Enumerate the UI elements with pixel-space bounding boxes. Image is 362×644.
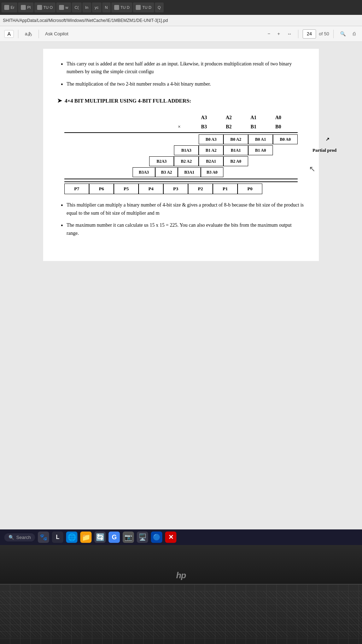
taskbar-app-edge[interactable]: 🌐 — [66, 532, 77, 543]
prod-p2: P2 — [188, 184, 213, 194]
zoom-minus-button[interactable]: − — [265, 30, 273, 38]
tab-label-y: yc — [95, 5, 99, 10]
taskbar-app-x[interactable]: ✕ — [165, 532, 176, 543]
taskbar-app-sync[interactable]: 🔄 — [94, 532, 106, 543]
operand-row-b: × B3 B2 B1 B0 — [64, 123, 298, 131]
copilot-button[interactable]: Ask Copilot — [43, 30, 71, 38]
pp-b1a0: B1 A0 — [248, 145, 273, 155]
tab-label-er: Er — [11, 5, 14, 10]
tab-label-n: N — [105, 5, 108, 10]
b3-label: B3 — [192, 123, 216, 131]
zoom-plus-button[interactable]: + — [275, 30, 282, 38]
tab-label-c: C( — [75, 5, 79, 10]
taskbar-app-monitor[interactable]: 🖥️ — [137, 532, 148, 543]
laptop-frame: Er Pl TU O w C( In yc — [0, 0, 362, 644]
partial-prod-label: Partial prod — [313, 147, 337, 154]
taskbar-app-animal[interactable]: 🐾 — [38, 532, 49, 543]
tab-er[interactable]: Er — [1, 2, 17, 12]
bullet-text-4: The maximum number it can calculate us 1… — [66, 221, 305, 237]
keyboard-diagonal-pattern — [0, 591, 362, 637]
toolbar-divider-3 — [298, 30, 298, 38]
operand-row-a: A3 A2 A1 A0 — [64, 114, 298, 122]
bullet-text-1: This carry out is added at the next half… — [66, 60, 305, 76]
zoom-plus-icon: + — [277, 31, 280, 36]
fit-icon: ↔ — [287, 31, 292, 36]
taskbar-app-l[interactable]: L — [52, 532, 63, 543]
a1-label: A1 — [241, 114, 266, 122]
tab-label-tu1: TU O — [43, 5, 53, 10]
partial-row-2: B2A3 B2 A2 B2A1 B2 A0 — [64, 156, 298, 166]
partial-row-1: B1A3 B1 A2 B1A1 B1 A0 Partial prod — [64, 145, 298, 155]
b1-label: B1 — [241, 123, 266, 131]
diagram-separator-1 — [64, 132, 298, 133]
pdf-content-area: • This carry out is added at the next ha… — [0, 42, 362, 545]
font-size-button[interactable]: A — [4, 30, 14, 38]
pp-b1a1: B1A1 — [223, 145, 248, 155]
partial-products-container: B0 A3 B0 A2 B0 A1 B0 A0 ↗ B1A3 B1 A2 B1A… — [64, 134, 298, 177]
cursor-icon: ↖ — [309, 163, 315, 175]
pp-b1a3: B1A3 — [174, 145, 199, 155]
b0-label: B0 — [266, 123, 291, 131]
bullet-text-3: This multiplier can multiply a binary nu… — [66, 201, 305, 217]
tab-w[interactable]: w — [56, 2, 71, 12]
spacer-b2-1 — [100, 156, 124, 166]
read-aloud-button[interactable]: aあ — [23, 29, 34, 39]
tab-n[interactable]: N — [102, 2, 111, 12]
toolbar-divider-2 — [39, 30, 39, 38]
tab-pi[interactable]: Pl — [18, 2, 34, 12]
pp-b0a1: B0 A1 — [248, 134, 273, 144]
tab-in[interactable]: In — [82, 2, 91, 12]
a2-label: A2 — [216, 114, 241, 122]
section-arrow-icon: ➤ — [57, 96, 62, 105]
pp-b2a3: B2A3 — [149, 156, 174, 166]
tab-y[interactable]: yc — [92, 2, 101, 12]
section-header: ➤ 4×4 BIT MULTIPLIER USING 4-BIT FULL AD… — [57, 96, 305, 105]
a3-label: A3 — [192, 114, 216, 122]
tab-icon-d1 — [114, 5, 119, 10]
tab-d2[interactable]: TU D — [133, 2, 154, 12]
total-pages-label: of 50 — [319, 31, 329, 36]
prod-p0: P0 — [238, 184, 262, 194]
bullet-item-1: • This carry out is added at the next ha… — [57, 60, 305, 76]
tab-d1[interactable]: TU D — [111, 2, 133, 12]
tab-q[interactable]: Q — [155, 2, 164, 12]
tab-icon-pi — [21, 5, 26, 10]
keyboard-area — [0, 584, 362, 644]
toolbar-divider-1 — [18, 30, 18, 38]
taskbar-app-files[interactable]: 📁 — [80, 532, 92, 543]
tab-c[interactable]: C( — [72, 2, 82, 12]
read-aloud-label: aあ — [25, 31, 32, 37]
prod-p5: P5 — [114, 184, 139, 194]
screenshot-button[interactable]: ⎙ — [351, 30, 358, 38]
taskbar-app-g[interactable]: G — [109, 532, 120, 543]
tab-icon-tu1 — [37, 5, 42, 10]
taskbar-app-camera[interactable]: 📷 — [123, 532, 134, 543]
pp-b1a2: B1 A2 — [199, 145, 223, 155]
tab-icon-er — [4, 5, 9, 10]
toolbar-divider-4 — [333, 30, 334, 38]
partial-prod-arrow-1: ↗ — [326, 136, 329, 143]
zoom-minus-icon: − — [268, 31, 270, 36]
prod-p1: P1 — [213, 184, 238, 194]
address-bar[interactable]: SHITHA/AppData/Local/Microsoft/Windows/I… — [0, 15, 362, 26]
taskbar-app-blue[interactable]: 🔵 — [151, 532, 162, 543]
pp-b0a3: B0 A3 — [199, 134, 223, 144]
tab-label-in: In — [85, 5, 88, 10]
prod-p4: P4 — [139, 184, 163, 194]
search-button[interactable]: 🔍 — [338, 30, 348, 38]
tab-label-w: w — [65, 5, 68, 10]
search-label: Search — [16, 535, 31, 540]
pp-b0a0: B0 A0 — [273, 134, 298, 144]
spacer-b3-2 — [87, 167, 110, 177]
fit-button[interactable]: ↔ — [285, 30, 294, 38]
page-number-input[interactable] — [303, 29, 316, 39]
laptop-bezel-bottom: hp — [0, 545, 362, 644]
pp-b3a2: B3 A2 — [155, 167, 178, 177]
taskbar-search-bar[interactable]: 🔍 Search — [4, 533, 35, 541]
partial-row-3: B3A3 B3 A2 B3A1 B3 A0 — [64, 167, 298, 177]
a0-label: A0 — [266, 114, 291, 122]
bullet-dot-2: • — [61, 80, 63, 89]
pp-b3a0: B3 A0 — [201, 167, 223, 177]
spacer-b3-3 — [110, 167, 132, 177]
tab-tu1[interactable]: TU O — [34, 2, 56, 12]
